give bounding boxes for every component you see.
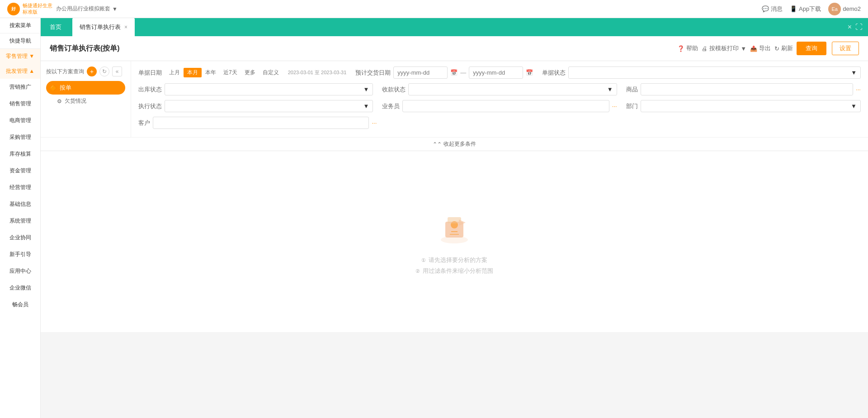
sidebar-item-member[interactable]: 畅会员 [0,296,40,313]
scheme-item-byorder[interactable]: 🔶 按单 [46,81,125,95]
filter-row-4: 客户 ··· [138,117,861,129]
sidebar-item-purchase[interactable]: 采购管理 [0,129,40,146]
print-btn[interactable]: 🖨 按模板打印 ▼ [702,44,746,52]
user-menu[interactable]: Ea demo2 [828,3,861,15]
doc-status-select[interactable]: ▼ [568,66,861,79]
salesperson-more-icon[interactable]: ··· [612,103,617,109]
customer-label: 客户 [138,119,150,127]
refresh-btn[interactable]: ↻ 刷新 [774,44,793,52]
empty-illustration [415,208,493,249]
sidebar-item-enterprise[interactable]: 企业协同 [0,229,40,246]
page-container: 销售订单执行表(按单) ❓ 帮助 🖨 按模板打印 ▼ 📤 导出 [41,36,868,418]
sidebar: 搜索菜单 快捷导航 零售管理 ▼ 批发管理 ▲ 营销推广 销售管理 电商管理 采… [0,18,41,418]
sidebar-item-appstore[interactable]: 应用中心 [0,263,40,280]
tab-close-window-icon[interactable]: × [848,23,852,31]
date-tabs: 上月 本月 本年 近7天 更多 自定义 [165,68,283,77]
date-range-text: 2023-03-01 至 2023-03-31 [288,69,347,76]
date-separator: — [460,69,466,76]
sidebar-item-finance[interactable]: 资金管理 [0,162,40,179]
sidebar-item-ecommerce[interactable]: 电商管理 [0,112,40,129]
tab-close-icon[interactable]: × [124,24,127,30]
sidebar-item-sales[interactable]: 销售管理 [0,95,40,112]
empty-hint-2: ② 用过滤条件来缩小分析范围 [415,267,493,275]
sidebar-item-wechat[interactable]: 企业微信 [0,280,40,296]
collapse-button[interactable]: ⌃⌃ 收起更多条件 [433,140,476,148]
scheme-item-shortage[interactable]: ⚙ 欠货情况 [46,95,125,108]
expected-delivery-field: 预计交货日期 📅 — 📅 [355,66,533,79]
filter-fields: 单据日期 上月 本月 本年 近7天 更多 自定义 2023-03-01 至 20… [131,61,868,137]
goods-label: 商品 [626,86,638,94]
department-select[interactable]: ▼ [641,100,861,112]
doc-status-label: 单据状态 [542,69,566,77]
doc-status-field: 单据状态 ▼ [542,66,861,79]
scheme-panel: 按以下方案查询 + ↻ « 🔶 按单 ⚙ 欠货情况 [41,61,131,137]
expected-delivery-end[interactable] [469,66,523,79]
collection-status-field: 收款状态 ▼ [382,83,617,95]
goods-more-icon[interactable]: ··· [856,86,861,93]
scheme-refresh-btn[interactable]: ↻ [99,66,109,76]
scheme-collapse-btn[interactable]: « [112,66,122,76]
salesperson-label: 业务员 [382,102,400,110]
date-tab-custom[interactable]: 自定义 [259,68,283,77]
empty-hint-1: ① 请先选择要分析的方案 [415,256,493,264]
sidebar-item-newbie[interactable]: 新手引导 [0,246,40,263]
sidebar-search[interactable]: 搜索菜单 [0,18,40,33]
empty-state: ① 请先选择要分析的方案 ② 用过滤条件来缩小分析范围 [415,208,493,275]
main-layout: 搜索菜单 快捷导航 零售管理 ▼ 批发管理 ▲ 营销推广 销售管理 电商管理 采… [0,18,868,418]
salesperson-field: 业务员 ··· [382,100,617,112]
page-header-actions: ❓ 帮助 🖨 按模板打印 ▼ 📤 导出 ↻ 刷新 [677,42,859,55]
sidebar-item-marketing[interactable]: 营销推广 [0,79,40,95]
app-logo-text: 畅捷通好生意 标准版 [23,3,52,14]
doc-date-label: 单据日期 [138,69,162,77]
date-tab-thisyear[interactable]: 本年 [202,68,220,77]
sidebar-quicknav[interactable]: 快捷导航 [0,33,40,49]
date-tab-thismonth[interactable]: 本月 [184,68,202,77]
industry-selector[interactable]: 办公用品行业模拟账套 ▼ [56,5,118,13]
doc-date-field: 单据日期 上月 本月 本年 近7天 更多 自定义 2023-03-01 至 20… [138,68,346,77]
goods-input[interactable] [641,83,853,95]
sidebar-item-retail[interactable]: 零售管理 ▼ [0,49,40,64]
goods-field: 商品 ··· [626,83,861,95]
date-tab-prevmonth[interactable]: 上月 [165,68,184,77]
salesperson-input[interactable] [402,100,609,112]
tab-fullscreen-icon[interactable]: ⛶ [855,23,863,31]
customer-more-icon[interactable]: ··· [372,119,377,126]
customer-input[interactable] [153,117,369,129]
delivery-status-label: 出库状态 [138,86,162,94]
sidebar-item-operation[interactable]: 经营管理 [0,179,40,196]
export-btn[interactable]: 📤 导出 [750,44,771,52]
sidebar-item-basic[interactable]: 基础信息 [0,196,40,213]
expected-delivery-start[interactable] [393,66,448,79]
collection-status-select[interactable]: ▼ [408,83,617,95]
query-button[interactable]: 查询 [797,42,826,55]
sidebar-item-wholesale[interactable]: 批发管理 ▲ [0,64,40,79]
date-tab-more[interactable]: 更多 [241,68,259,77]
tab-bar-actions: × ⛶ [848,23,868,31]
app-download-btn[interactable]: 📱 App下载 [790,5,821,13]
tab-active[interactable]: 销售订单执行表 × [72,18,135,36]
calendar-icon-end[interactable]: 📅 [526,69,533,76]
filter-row-1: 单据日期 上月 本月 本年 近7天 更多 自定义 2023-03-01 至 20… [138,66,861,79]
page-header: 销售订单执行表(按单) ❓ 帮助 🖨 按模板打印 ▼ 📤 导出 [41,36,868,61]
settings-button[interactable]: 设置 [832,42,859,55]
tab-home[interactable]: 首页 [41,18,71,36]
scheme-add-btn[interactable]: + [87,66,97,76]
sidebar-item-inventory[interactable]: 库存核算 [0,146,40,162]
help-btn[interactable]: ❓ 帮助 [677,44,698,52]
sidebar-item-system[interactable]: 系统管理 [0,213,40,229]
top-bar-left: 好 畅捷通好生意 标准版 办公用品行业模拟账套 ▼ [7,3,118,15]
expected-delivery-label: 预计交货日期 [355,69,391,77]
content-area: 首页 销售订单执行表 × × ⛶ 销售订单执行表(按单) ❓ 帮助 [41,18,868,418]
department-label: 部门 [626,102,638,110]
delivery-status-select[interactable]: ▼ [165,83,373,95]
collection-status-label: 收款状态 [382,86,406,94]
message-btn[interactable]: 💬 消息 [762,5,783,13]
filter-row-3: 执行状态 ▼ 业务员 ··· [138,100,861,112]
collapse-bar: ⌃⌃ 收起更多条件 [41,137,868,151]
date-tab-7days[interactable]: 近7天 [220,68,241,77]
app-logo-icon: 好 [7,3,20,15]
filter-panel: 按以下方案查询 + ↻ « 🔶 按单 ⚙ 欠货情况 [41,61,868,151]
top-bar: 好 畅捷通好生意 标准版 办公用品行业模拟账套 ▼ 💬 消息 📱 App下载 E… [0,0,868,18]
execution-status-select[interactable]: ▼ [165,100,373,112]
calendar-icon-start[interactable]: 📅 [450,69,458,76]
